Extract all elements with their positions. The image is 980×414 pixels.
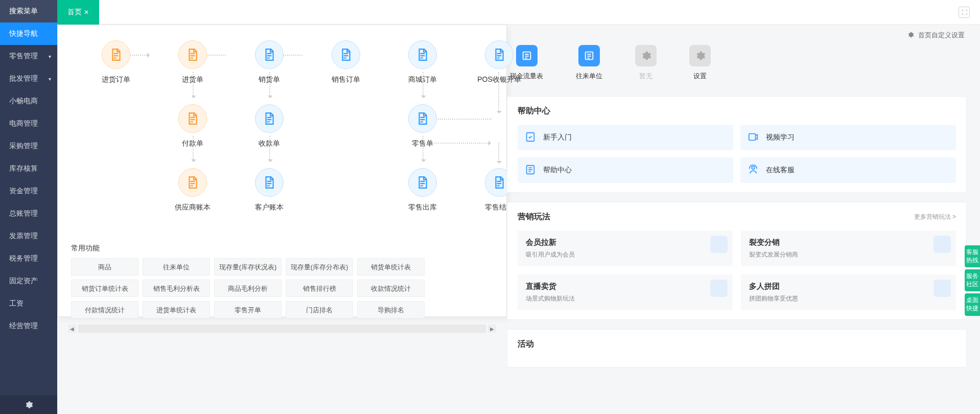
shortcut-item[interactable]: 设置: [689, 45, 711, 81]
flow-node[interactable]: 销货单: [231, 40, 308, 84]
float-tag[interactable]: 服务社区: [965, 269, 980, 291]
marketing-item-subtitle: 拼团购物享受优惠: [749, 294, 948, 303]
flow-node[interactable]: 进货单: [154, 40, 231, 84]
flow-node[interactable]: 零售单: [384, 104, 461, 148]
tab-label: 首页: [67, 8, 82, 17]
close-icon[interactable]: ✕: [84, 9, 89, 16]
common-function-button[interactable]: 进货单统计表: [143, 301, 210, 318]
svg-point-5: [752, 166, 755, 169]
sidebar: 搜索菜单 快捷导航零售管理▾批发管理▾小畅电商电商管理采购管理库存核算资金管理总…: [0, 0, 57, 414]
shortcut-item[interactable]: 现金流量表: [510, 45, 543, 81]
flow-node[interactable]: 销售订单: [308, 40, 384, 84]
help-item[interactable]: 帮助中心: [518, 157, 733, 183]
marketing-item-title: 直播卖货: [526, 282, 725, 291]
sidebar-item[interactable]: 工资: [0, 292, 57, 315]
common-function-button[interactable]: 导购排名: [357, 301, 425, 318]
chevron-down-icon: ▾: [49, 54, 51, 59]
scroll-right-icon[interactable]: ▶: [488, 325, 496, 333]
chevron-down-icon: ▾: [49, 76, 51, 82]
common-function-button[interactable]: 销货订单统计表: [71, 280, 138, 297]
shortcut-icon: [578, 45, 600, 66]
sidebar-item-label: 工资: [9, 299, 24, 308]
flow-node-label: 零售单: [384, 139, 461, 148]
common-function-button[interactable]: 现存量(库存状况表): [214, 258, 282, 275]
help-center-card: 帮助中心 新手入门视频学习帮助中心在线客服: [507, 96, 967, 193]
sidebar-item[interactable]: 采购管理: [0, 135, 57, 157]
marketing-item[interactable]: 直播卖货场景式购物新玩法: [518, 274, 733, 310]
marketing-item[interactable]: 裂变分销裂变式发展分销商: [741, 231, 956, 266]
common-function-button[interactable]: 商品毛利分析: [214, 280, 282, 297]
shortcut-label: 现金流量表: [510, 72, 543, 81]
marketing-item-title: 裂变分销: [749, 238, 948, 247]
sidebar-search[interactable]: 搜索菜单: [0, 0, 57, 22]
sidebar-item[interactable]: 小畅电商: [0, 90, 57, 112]
help-label: 新手入门: [543, 133, 572, 142]
shortcut-label: 往来单位: [576, 72, 602, 81]
common-function-button[interactable]: 销售毛利分析表: [143, 280, 210, 297]
sidebar-item[interactable]: 零售管理▾: [0, 45, 57, 67]
main-content: 首页自定义设置 现金流量表往来单位暂无设置 帮助中心 新手入门视频学习帮助中心在…: [507, 31, 980, 377]
scroll-left-icon[interactable]: ◀: [68, 325, 76, 333]
marketing-more-link[interactable]: 更多营销玩法 >: [914, 213, 956, 221]
help-icon: [525, 131, 536, 144]
marketing-item-subtitle: 吸引用户成为会员: [526, 250, 725, 259]
flow-node[interactable]: 进货订单: [78, 40, 154, 84]
flow-node[interactable]: 客户账本: [231, 168, 308, 212]
sidebar-item[interactable]: 电商管理: [0, 112, 57, 135]
flow-node[interactable]: 商城订单: [384, 40, 461, 84]
float-tag[interactable]: 客服热线: [965, 245, 980, 267]
horizontal-scrollbar[interactable]: ◀ ▶: [65, 325, 499, 333]
marketing-title: 营销玩法: [518, 212, 550, 222]
sidebar-item[interactable]: 税务管理: [0, 247, 57, 270]
common-function-button[interactable]: 现存量(库存分布表): [286, 258, 353, 275]
sidebar-item[interactable]: 发票管理: [0, 225, 57, 247]
flow-node[interactable]: 收款单: [231, 104, 308, 148]
common-functions-title: 常用功能: [71, 244, 499, 253]
common-function-button[interactable]: 付款情况统计: [71, 301, 138, 318]
sidebar-item[interactable]: 批发管理▾: [0, 67, 57, 90]
sidebar-item[interactable]: 资金管理: [0, 180, 57, 202]
sidebar-item[interactable]: 经营管理: [0, 315, 57, 337]
fullscreen-button[interactable]: ⛶: [959, 7, 970, 18]
document-icon: [255, 168, 284, 197]
sidebar-item[interactable]: 固定资产: [0, 270, 57, 292]
decoration-icon: [934, 280, 951, 297]
quick-nav-flyout: 进货订单进货单销货单销售订单商城订单POS收银开单付款单收款单零售单供应商账本客…: [57, 25, 507, 317]
shortcut-item[interactable]: 往来单位: [576, 45, 602, 81]
flow-node[interactable]: 零售出库: [384, 168, 461, 212]
help-item[interactable]: 视频学习: [740, 125, 956, 150]
common-function-button[interactable]: 商品: [71, 258, 138, 275]
flow-node[interactable]: 供应商账本: [154, 168, 231, 212]
common-function-button[interactable]: 销售排行榜: [286, 280, 353, 297]
tab-home[interactable]: 首页 ✕: [57, 0, 99, 25]
flow-node-label: 零售出库: [384, 203, 461, 212]
sidebar-item[interactable]: 总账管理: [0, 202, 57, 225]
common-function-button[interactable]: 收款情况统计: [357, 280, 425, 297]
marketing-item-subtitle: 场景式购物新玩法: [526, 294, 725, 303]
shortcut-label: 暂无: [635, 72, 657, 81]
sidebar-item-label: 资金管理: [9, 187, 38, 196]
sidebar-item-label: 总账管理: [9, 209, 38, 218]
common-function-button[interactable]: 销货单统计表: [357, 258, 425, 275]
common-function-button[interactable]: 往来单位: [143, 258, 210, 275]
sidebar-item[interactable]: 库存核算: [0, 157, 57, 180]
custom-homepage-link[interactable]: 首页自定义设置: [507, 31, 967, 40]
common-function-button[interactable]: 门店排名: [286, 301, 353, 318]
sidebar-settings[interactable]: [0, 396, 57, 414]
help-item[interactable]: 新手入门: [518, 125, 733, 150]
marketing-item[interactable]: 会员拉新吸引用户成为会员: [518, 231, 733, 266]
shortcut-item[interactable]: 暂无: [635, 45, 657, 81]
flow-node[interactable]: 付款单: [154, 104, 231, 148]
float-tag[interactable]: 桌面快捷: [965, 293, 980, 315]
marketing-grid: 会员拉新吸引用户成为会员裂变分销裂变式发展分销商直播卖货场景式购物新玩法多人拼团…: [518, 231, 956, 310]
gear-icon: [907, 31, 914, 40]
help-item[interactable]: 在线客服: [740, 157, 956, 183]
common-function-button[interactable]: 零售开单: [214, 301, 282, 318]
sidebar-item[interactable]: 快捷导航: [0, 22, 57, 45]
document-icon: [408, 40, 437, 69]
sidebar-item-label: 固定资产: [9, 277, 38, 286]
sidebar-item-label: 快捷导航: [9, 29, 38, 38]
scroll-track[interactable]: [78, 325, 486, 333]
marketing-item[interactable]: 多人拼团拼团购物享受优惠: [741, 274, 956, 310]
flow-node-label: 客户账本: [231, 203, 308, 212]
